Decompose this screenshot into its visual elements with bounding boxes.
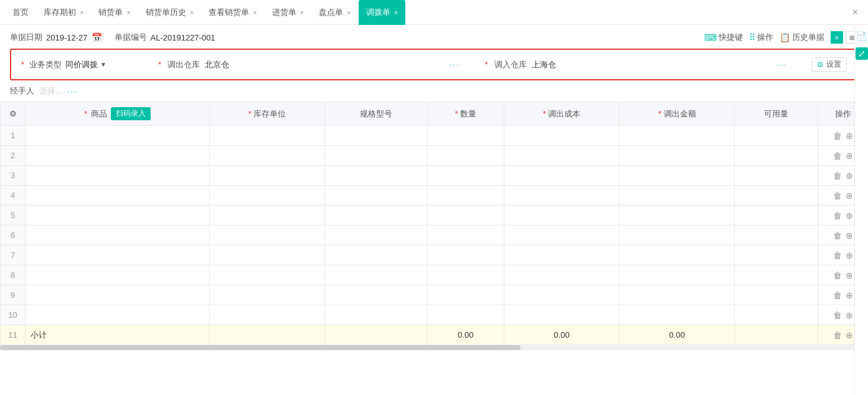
row-copy-icon[interactable]: ⊕: [846, 290, 853, 300]
row-product[interactable]: [26, 305, 210, 325]
row-unit[interactable]: [209, 206, 324, 226]
row-transfer-amount[interactable]: [620, 206, 735, 226]
row-copy-icon[interactable]: ⊕: [846, 151, 853, 161]
row-unit[interactable]: [209, 226, 324, 245]
row-transfer-cost[interactable]: [504, 146, 619, 166]
row-delete-icon[interactable]: 🗑: [833, 231, 842, 240]
row-quantity[interactable]: [427, 305, 504, 325]
row-transfer-amount[interactable]: [620, 245, 735, 265]
row-copy-icon[interactable]: ⊕: [846, 231, 853, 240]
window-close-button[interactable]: ×: [847, 7, 863, 18]
row-spec[interactable]: [325, 305, 428, 325]
row-delete-icon[interactable]: 🗑: [833, 330, 842, 340]
shortcut-key-button[interactable]: ⌨ 快捷键: [704, 32, 743, 43]
row-unit[interactable]: [209, 126, 324, 146]
row-transfer-cost[interactable]: [504, 285, 619, 305]
row-spec[interactable]: [325, 285, 428, 305]
scrollbar-thumb[interactable]: [0, 345, 521, 350]
handler-more-button[interactable]: ···: [67, 87, 78, 96]
row-available[interactable]: [735, 186, 818, 206]
handler-input[interactable]: 选择...: [39, 85, 62, 97]
row-copy-icon[interactable]: ⊕: [846, 310, 853, 320]
row-available[interactable]: [735, 206, 818, 226]
row-quantity[interactable]: [427, 285, 504, 305]
row-product[interactable]: [26, 206, 210, 226]
row-transfer-amount[interactable]: [620, 226, 735, 245]
scan-input-button[interactable]: 扫码录入: [111, 107, 151, 120]
row-copy-icon[interactable]: ⊕: [846, 250, 853, 260]
row-delete-icon[interactable]: 🗑: [833, 131, 842, 141]
tab-view-sales[interactable]: 查看销货单 ×: [201, 0, 264, 25]
row-copy-icon[interactable]: ⊕: [846, 191, 853, 201]
row-quantity[interactable]: [427, 245, 504, 265]
row-quantity[interactable]: [427, 206, 504, 226]
row-spec[interactable]: [325, 245, 428, 265]
row-copy-icon[interactable]: ⊕: [846, 131, 853, 141]
calendar-icon[interactable]: 📅: [92, 32, 102, 42]
row-spec[interactable]: [325, 206, 428, 226]
row-transfer-cost[interactable]: [504, 245, 619, 265]
tab-close-sales-order[interactable]: ×: [126, 9, 130, 16]
history-button[interactable]: 📋 历史单据: [780, 32, 824, 43]
row-transfer-amount[interactable]: [620, 166, 735, 186]
row-transfer-amount[interactable]: [620, 305, 735, 325]
row-copy-icon[interactable]: ⊕: [846, 211, 853, 221]
row-transfer-cost[interactable]: [504, 186, 619, 206]
row-transfer-amount[interactable]: [620, 186, 735, 206]
row-transfer-cost[interactable]: [504, 265, 619, 285]
row-quantity[interactable]: [427, 166, 504, 186]
sidebar-expand-icon[interactable]: ⤢: [856, 47, 868, 60]
tab-close-sales-history[interactable]: ×: [190, 9, 194, 16]
operations-button[interactable]: ⠿ 操作: [749, 32, 773, 43]
tab-sales-order[interactable]: 销货单 ×: [91, 0, 138, 25]
row-quantity[interactable]: [427, 186, 504, 206]
row-transfer-amount[interactable]: [620, 285, 735, 305]
row-available[interactable]: [735, 245, 818, 265]
row-quantity[interactable]: [427, 146, 504, 166]
business-type-dropdown[interactable]: 同价调拨 ▼: [65, 59, 106, 70]
row-delete-icon[interactable]: 🗑: [833, 211, 842, 221]
row-available[interactable]: [735, 146, 818, 166]
row-spec[interactable]: [325, 226, 428, 245]
tab-home[interactable]: 首页: [5, 0, 36, 25]
row-available[interactable]: [735, 226, 818, 245]
row-copy-icon[interactable]: ⊕: [846, 270, 853, 280]
tab-close-transfer-order[interactable]: ×: [394, 9, 398, 16]
row-product[interactable]: [26, 186, 210, 206]
row-spec[interactable]: [325, 186, 428, 206]
gear-column-header[interactable]: ⚙: [1, 102, 26, 126]
row-delete-icon[interactable]: 🗑: [833, 191, 842, 201]
tab-purchase-order[interactable]: 进货单 ×: [265, 0, 311, 25]
row-product[interactable]: [26, 245, 210, 265]
row-copy-icon[interactable]: ⊕: [846, 330, 853, 340]
warehouse-in-more-button[interactable]: ···: [776, 60, 786, 69]
row-delete-icon[interactable]: 🗑: [833, 270, 842, 280]
row-unit[interactable]: [209, 285, 324, 305]
row-transfer-cost[interactable]: [504, 305, 619, 325]
sidebar-doc-icon[interactable]: 📄: [856, 30, 868, 42]
tab-transfer-order[interactable]: 调拨单 ×: [359, 0, 405, 25]
row-product[interactable]: [26, 265, 210, 285]
row-delete-icon[interactable]: 🗑: [833, 290, 842, 300]
row-transfer-cost[interactable]: [504, 226, 619, 245]
row-unit[interactable]: [209, 305, 324, 325]
row-spec[interactable]: [325, 126, 428, 146]
row-quantity[interactable]: [427, 226, 504, 245]
row-available[interactable]: [735, 166, 818, 186]
row-transfer-cost[interactable]: [504, 166, 619, 186]
tab-close-purchase-order[interactable]: ×: [300, 9, 304, 16]
row-delete-icon[interactable]: 🗑: [833, 250, 842, 260]
tab-inventory-count[interactable]: 盘点单 ×: [311, 0, 358, 25]
row-available[interactable]: [735, 126, 818, 146]
row-spec[interactable]: [325, 166, 428, 186]
row-available[interactable]: [735, 265, 818, 285]
row-product[interactable]: [26, 285, 210, 305]
row-copy-icon[interactable]: ⊕: [846, 171, 853, 181]
row-quantity[interactable]: [427, 126, 504, 146]
tab-sales-history[interactable]: 销货单历史 ×: [138, 0, 201, 25]
row-transfer-cost[interactable]: [504, 126, 619, 146]
row-transfer-cost[interactable]: [504, 206, 619, 226]
row-available[interactable]: [735, 305, 818, 325]
row-spec[interactable]: [325, 265, 428, 285]
row-unit[interactable]: [209, 166, 324, 186]
